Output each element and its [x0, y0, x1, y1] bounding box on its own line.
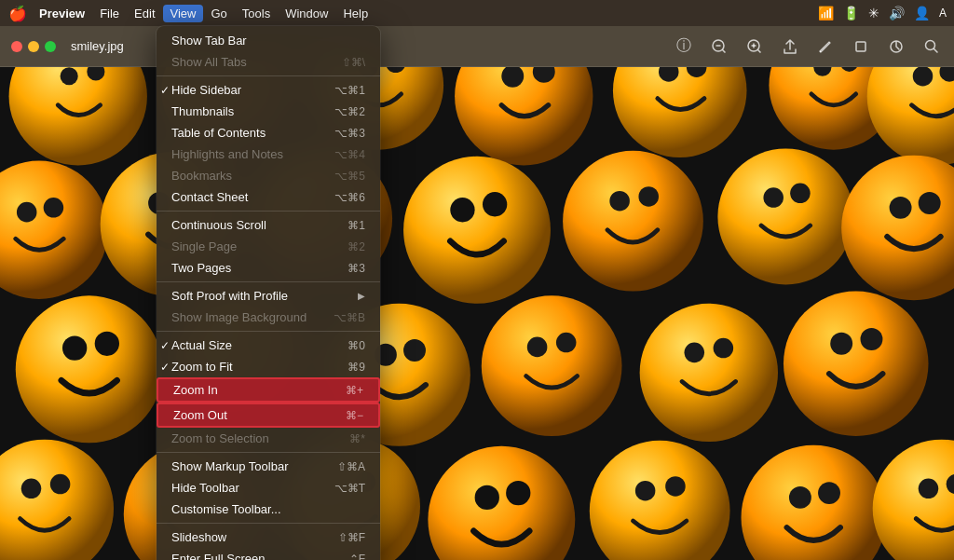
- menubar-edit[interactable]: Edit: [127, 5, 162, 22]
- info-icon[interactable]: ⓘ: [673, 35, 695, 58]
- clock: A: [939, 7, 947, 20]
- document-title: smiley.jpg: [71, 39, 124, 53]
- svg-line-11: [934, 48, 938, 52]
- smiley-image: [0, 67, 954, 560]
- menu-item-show-all-tabs[interactable]: Show All Tabs ⇧⌘\: [157, 51, 380, 73]
- zoom-in-icon[interactable]: [743, 35, 766, 58]
- app-toolbar: smiley.jpg ⓘ: [0, 26, 954, 67]
- svg-point-45: [483, 192, 507, 216]
- svg-point-63: [403, 339, 426, 362]
- svg-point-70: [784, 292, 929, 437]
- menu-item-soft-proof[interactable]: Soft Proof with Profile ▶: [157, 285, 380, 307]
- menubar-tools[interactable]: Tools: [235, 5, 278, 22]
- svg-point-66: [556, 333, 577, 353]
- view-menu-dropdown: Show Tab Bar Show All Tabs ⇧⌘\ Hide Side…: [157, 26, 380, 560]
- traffic-lights: [11, 41, 56, 52]
- markup-icon[interactable]: [814, 35, 837, 58]
- svg-point-49: [717, 148, 853, 284]
- svg-point-44: [450, 198, 474, 222]
- menubar: 🍎 Preview File Edit View Go Tools Window…: [0, 0, 954, 26]
- separator-4: [157, 331, 380, 332]
- svg-rect-8: [856, 42, 865, 51]
- separator-1: [157, 75, 380, 76]
- adjust-icon[interactable]: [885, 35, 907, 58]
- menu-item-zoom-in[interactable]: Zoom In ⌘+: [157, 377, 380, 403]
- svg-point-87: [665, 476, 686, 497]
- separator-5: [157, 452, 380, 453]
- menu-item-show-markup-toolbar[interactable]: Show Markup Toolbar ⇧⌘A: [157, 456, 380, 477]
- svg-point-75: [50, 474, 71, 495]
- menu-item-table-of-contents[interactable]: Table of Contents ⌥⌘3: [157, 122, 380, 143]
- svg-point-51: [790, 184, 811, 204]
- dropdown-menu: Show Tab Bar Show All Tabs ⇧⌘\ Hide Side…: [157, 26, 380, 560]
- menu-item-slideshow[interactable]: Slideshow ⇧⌘F: [157, 526, 380, 548]
- menubar-go[interactable]: Go: [203, 5, 234, 22]
- svg-point-68: [685, 343, 705, 363]
- menu-item-zoom-to-selection[interactable]: Zoom to Selection ⌘*: [157, 428, 380, 449]
- apple-menu[interactable]: 🍎: [7, 3, 28, 23]
- search-toolbar-icon[interactable]: [920, 35, 943, 58]
- menu-item-enter-full-screen[interactable]: Enter Full Screen ⌃F: [157, 548, 380, 560]
- svg-point-84: [506, 481, 530, 505]
- sound-icon: 🔊: [889, 6, 905, 20]
- maximize-button[interactable]: [45, 41, 56, 52]
- menu-item-hide-sidebar[interactable]: Hide Sidebar ⌥⌘1: [157, 79, 380, 101]
- svg-point-35: [17, 202, 37, 223]
- svg-point-71: [830, 333, 852, 355]
- menu-item-customise-toolbar[interactable]: Customise Toolbar...: [157, 499, 380, 520]
- rotate-icon[interactable]: [850, 35, 872, 58]
- minimize-button[interactable]: [28, 41, 39, 52]
- svg-point-56: [62, 335, 87, 360]
- menubar-window[interactable]: Window: [278, 5, 335, 22]
- svg-point-50: [763, 187, 784, 208]
- menu-item-zoom-out[interactable]: Zoom Out ⌘−: [157, 403, 380, 428]
- menu-item-continuous-scroll[interactable]: Continuous Scroll ⌘1: [157, 214, 380, 236]
- svg-point-74: [21, 479, 42, 499]
- apple-icon: 🍎: [8, 5, 27, 22]
- menu-item-actual-size[interactable]: Actual Size ⌘0: [157, 335, 380, 356]
- svg-point-57: [95, 332, 119, 356]
- svg-point-69: [714, 338, 734, 359]
- zoom-out-icon[interactable]: [708, 35, 730, 58]
- battery-icon: 🔋: [843, 6, 859, 20]
- menubar-file[interactable]: File: [92, 5, 127, 22]
- wifi-icon: 📶: [818, 6, 834, 20]
- menubar-help[interactable]: Help: [335, 5, 375, 22]
- separator-6: [157, 523, 380, 524]
- svg-point-90: [818, 482, 840, 504]
- menu-item-bookmarks[interactable]: Bookmarks ⌥⌘5: [157, 165, 380, 186]
- menubar-view[interactable]: View: [163, 5, 204, 22]
- image-area: [0, 67, 954, 560]
- svg-point-64: [482, 295, 622, 436]
- svg-point-65: [527, 337, 548, 358]
- svg-line-2: [723, 49, 726, 52]
- share-icon[interactable]: [779, 35, 801, 58]
- svg-point-46: [563, 151, 703, 292]
- svg-point-53: [890, 197, 912, 219]
- svg-point-14: [61, 67, 78, 85]
- menu-item-show-tab-bar[interactable]: Show Tab Bar: [157, 30, 380, 51]
- svg-point-72: [861, 328, 883, 350]
- svg-point-54: [919, 192, 941, 214]
- svg-point-83: [475, 485, 499, 510]
- svg-line-6: [758, 49, 761, 52]
- menu-item-thumbnails[interactable]: Thumbnails ⌥⌘2: [157, 101, 380, 122]
- menu-item-hide-toolbar[interactable]: Hide Toolbar ⌥⌘T: [157, 477, 380, 499]
- menu-item-single-page[interactable]: Single Page ⌘2: [157, 236, 380, 257]
- svg-point-92: [919, 479, 939, 499]
- svg-point-43: [403, 157, 551, 304]
- menu-item-two-pages[interactable]: Two Pages ⌘3: [157, 257, 380, 279]
- menubar-preview[interactable]: Preview: [32, 5, 92, 22]
- menu-item-contact-sheet[interactable]: Contact Sheet ⌥⌘6: [157, 186, 380, 208]
- svg-line-7: [820, 51, 821, 52]
- menu-item-zoom-to-fit[interactable]: Zoom to Fit ⌘9: [157, 356, 380, 377]
- svg-point-47: [609, 191, 630, 212]
- menubar-status-icons: 📶 🔋 ✳ 🔊 👤 A: [818, 6, 947, 20]
- menu-item-highlights-and-notes[interactable]: Highlights and Notes ⌥⌘4: [157, 143, 380, 165]
- svg-point-67: [640, 304, 778, 442]
- menu-item-show-image-bg[interactable]: Show Image Background ⌥⌘B: [157, 307, 380, 328]
- svg-point-86: [635, 481, 656, 501]
- separator-3: [157, 281, 380, 282]
- user-icon: 👤: [914, 6, 930, 20]
- close-button[interactable]: [11, 41, 22, 52]
